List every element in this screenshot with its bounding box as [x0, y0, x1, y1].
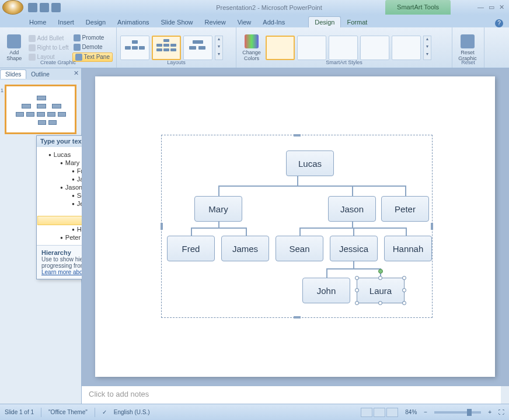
- sel-handle-tr[interactable]: [402, 276, 406, 280]
- reset-graphic-button[interactable]: Reset Graphic: [456, 33, 479, 63]
- connector: [405, 186, 406, 196]
- connector: [352, 222, 353, 228]
- style-option-1[interactable]: [266, 36, 295, 60]
- undo-icon[interactable]: [40, 3, 49, 12]
- node-jason[interactable]: Jason: [328, 196, 376, 222]
- connector: [191, 228, 247, 229]
- spellcheck-icon[interactable]: ✓: [102, 409, 107, 415]
- fit-window-button[interactable]: ⛶: [498, 409, 504, 415]
- help-icon[interactable]: ?: [495, 19, 503, 27]
- add-shape-icon: [7, 34, 21, 48]
- style-option-4[interactable]: [360, 36, 389, 60]
- redo-icon[interactable]: [51, 3, 61, 12]
- slides-tab[interactable]: Slides: [0, 69, 26, 79]
- smartart-tools-label: SmartArt Tools: [385, 0, 451, 15]
- layouts-more-button[interactable]: ▴▾▾: [215, 36, 223, 60]
- connector: [218, 222, 219, 228]
- status-lang[interactable]: English (U.S.): [114, 409, 150, 415]
- node-john[interactable]: John: [302, 278, 350, 303]
- slide-thumbnail-1[interactable]: 1: [5, 85, 76, 134]
- connector: [353, 261, 354, 268]
- sel-handle-tl[interactable]: [355, 276, 359, 280]
- tab-home[interactable]: Home: [23, 17, 52, 27]
- node-hannah[interactable]: Hannah: [384, 236, 432, 261]
- node-fred[interactable]: Fred: [167, 236, 215, 261]
- tab-slideshow[interactable]: Slide Show: [155, 17, 199, 27]
- sel-handle-l[interactable]: [355, 288, 359, 292]
- promote-label: Promote: [82, 34, 104, 41]
- save-icon[interactable]: [28, 3, 37, 12]
- office-button[interactable]: [2, 0, 23, 15]
- layout-option-1[interactable]: [120, 36, 149, 60]
- slideshow-view-button[interactable]: [386, 408, 398, 417]
- node-lucas[interactable]: Lucas: [286, 150, 334, 176]
- connector: [218, 186, 406, 187]
- tab-smartart-format[interactable]: Format: [341, 17, 373, 27]
- ribbon: Add Shape Add Bullet Right to Left Layou…: [0, 27, 509, 68]
- view-buttons: [361, 408, 398, 417]
- rotate-handle[interactable]: [378, 269, 383, 274]
- node-laura[interactable]: Laura: [357, 278, 405, 303]
- close-icon[interactable]: ✕: [499, 4, 504, 11]
- connector: [326, 268, 327, 278]
- smartart-frame[interactable]: Lucas Mary Jason Peter Fred James Sean J…: [161, 135, 433, 318]
- group-smartart-styles: Change Colors ▴▾▾ SmartArt Styles: [236, 27, 452, 68]
- node-jessica[interactable]: Jessica: [330, 236, 378, 261]
- tab-addins[interactable]: Add-Ins: [257, 17, 291, 27]
- promote-button[interactable]: Promote: [72, 34, 113, 42]
- minimize-icon[interactable]: —: [477, 4, 484, 11]
- style-option-3[interactable]: [329, 36, 358, 60]
- tab-insert[interactable]: Insert: [52, 17, 80, 27]
- node-mary[interactable]: Mary: [194, 196, 242, 222]
- slide[interactable]: Lucas Mary Jason Peter Fred James Sean J…: [95, 76, 495, 377]
- thumb-org-preview: [13, 93, 68, 125]
- group-create-graphic-label: Create Graphic: [0, 60, 116, 68]
- tab-animations[interactable]: Animations: [111, 17, 155, 27]
- tab-design[interactable]: Design: [80, 17, 111, 27]
- promote-icon: [74, 34, 81, 41]
- zoom-percent[interactable]: 84%: [405, 409, 417, 415]
- demote-button[interactable]: Demote: [72, 43, 113, 51]
- group-reset: Reset Graphic Reset: [452, 27, 484, 68]
- zoom-in-button[interactable]: +: [488, 409, 491, 415]
- panel-close-icon[interactable]: ✕: [74, 69, 79, 77]
- sel-handle-b[interactable]: [378, 301, 382, 305]
- add-bullet-button: Add Bullet: [27, 34, 70, 43]
- style-option-5[interactable]: [392, 36, 421, 60]
- outline-tab[interactable]: Outline: [26, 70, 54, 79]
- connector: [299, 228, 301, 236]
- tab-view[interactable]: View: [232, 17, 257, 27]
- sorter-view-button[interactable]: [374, 408, 385, 417]
- restore-icon[interactable]: ▭: [489, 4, 494, 11]
- sel-handle-t[interactable]: [378, 276, 382, 280]
- tab-review[interactable]: Review: [199, 17, 232, 27]
- status-theme: "Office Theme": [48, 409, 88, 415]
- layout-option-3[interactable]: [183, 36, 212, 60]
- zoom-thumb[interactable]: [467, 409, 472, 416]
- tab-smartart-design[interactable]: Design: [308, 16, 341, 27]
- styles-more-button[interactable]: ▴▾▾: [423, 36, 431, 60]
- node-peter[interactable]: Peter: [381, 196, 429, 222]
- layout-option-2[interactable]: [152, 36, 181, 60]
- status-slide: Slide 1 of 1: [5, 409, 34, 415]
- sel-handle-r[interactable]: [402, 288, 406, 292]
- group-styles-label: SmartArt Styles: [236, 60, 452, 68]
- group-layouts: ▴▾▾ Layouts: [117, 27, 236, 68]
- style-option-2[interactable]: [297, 36, 326, 60]
- notes-pane[interactable]: Click to add notes: [82, 384, 509, 404]
- demote-label: Demote: [82, 44, 103, 50]
- connector: [406, 228, 407, 236]
- bullet-icon: [29, 35, 36, 42]
- notes-scrollbar[interactable]: [501, 386, 509, 404]
- zoom-slider[interactable]: [434, 411, 481, 414]
- change-colors-icon: [245, 34, 259, 48]
- sel-handle-bl[interactable]: [355, 301, 359, 305]
- normal-view-button[interactable]: [361, 408, 372, 417]
- window-controls: — ▭ ✕: [477, 4, 504, 11]
- node-james[interactable]: James: [221, 236, 269, 261]
- change-colors-button[interactable]: Change Colors: [240, 33, 263, 63]
- node-sean[interactable]: Sean: [276, 236, 323, 261]
- add-shape-button[interactable]: Add Shape: [4, 33, 25, 63]
- zoom-out-button[interactable]: −: [424, 409, 427, 415]
- sel-handle-br[interactable]: [402, 301, 406, 305]
